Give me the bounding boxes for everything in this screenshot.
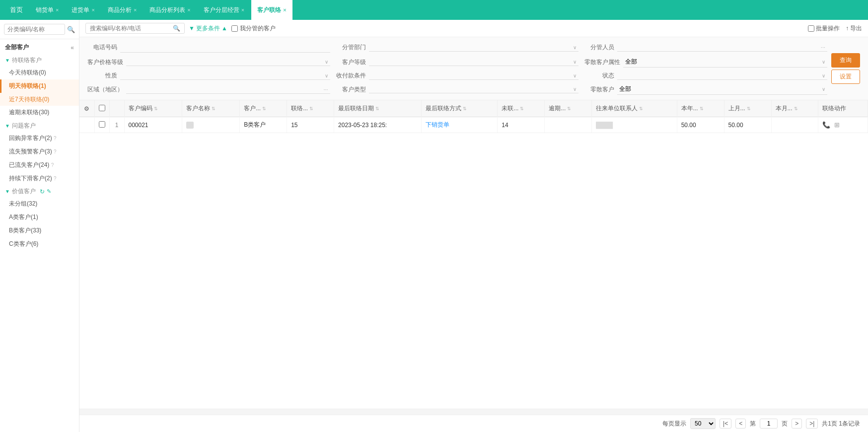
nav-sales-close[interactable]: × bbox=[56, 7, 59, 13]
row-uncontacted: 14 bbox=[498, 117, 545, 133]
page-number-input[interactable] bbox=[760, 419, 778, 429]
sidebar-item-class-c[interactable]: C类客户(6) bbox=[0, 237, 79, 251]
my-customers-checkbox[interactable]: 我分管的客户 bbox=[231, 24, 276, 33]
last-page-btn[interactable]: >| bbox=[806, 419, 818, 429]
sort-customer-type[interactable]: ⇅ bbox=[262, 106, 266, 111]
set-btn[interactable]: 设置 bbox=[831, 70, 860, 84]
nav-customer-tier-close[interactable]: × bbox=[241, 7, 244, 13]
sort-last-month[interactable]: ⇅ bbox=[747, 106, 751, 111]
col-contact-action-label: 联络动作 bbox=[822, 104, 846, 113]
filter-status-label: 状态 bbox=[584, 72, 614, 80]
col-unit-contact-label: 往来单位联系人 bbox=[596, 104, 638, 113]
sidebar-item-7days[interactable]: 近7天待联络(0) bbox=[0, 93, 79, 106]
prev-page-btn[interactable]: < bbox=[735, 419, 746, 429]
nav-purchase[interactable]: 进货单× bbox=[66, 0, 100, 20]
nav-sales[interactable]: 销货单× bbox=[30, 0, 65, 20]
sort-this-year[interactable]: ⇅ bbox=[700, 106, 704, 111]
filter-retail-attr-arrow[interactable]: ∨ bbox=[822, 59, 825, 65]
more-conditions-btn[interactable]: ▼ 更多条件 ▲ bbox=[189, 24, 227, 33]
filter-nature-arrow[interactable]: ∨ bbox=[325, 73, 328, 78]
sidebar-item-tomorrow[interactable]: 明天待联络(1) bbox=[0, 79, 79, 93]
main-search-icon[interactable]: 🔍 bbox=[173, 25, 180, 32]
filter-payment-arrow[interactable]: ∨ bbox=[573, 73, 577, 78]
col-index bbox=[109, 100, 124, 117]
filter-phone-input[interactable] bbox=[120, 42, 330, 53]
row-select-checkbox[interactable] bbox=[99, 121, 105, 128]
filter-retail-customer-arrow[interactable]: ∨ bbox=[822, 86, 825, 92]
batch-checkbox[interactable] bbox=[808, 25, 814, 32]
nav-product-analysis[interactable]: 商品分析× bbox=[102, 0, 143, 20]
col-customer-name-label: 客户名称 bbox=[186, 104, 210, 113]
col-last-month-label: 上月... bbox=[728, 104, 745, 113]
nav-home[interactable]: 首页 bbox=[4, 0, 29, 20]
sidebar-item-churned[interactable]: 已流失客户(24) ? bbox=[0, 158, 79, 172]
col-unit-contact: 往来单位联系人 ⇅ bbox=[592, 100, 677, 117]
nav-purchase-close[interactable]: × bbox=[91, 7, 94, 13]
filter-customer-grade-arrow[interactable]: ∨ bbox=[573, 59, 577, 65]
refresh-icon[interactable]: ↻ bbox=[40, 188, 45, 195]
nav-customer-contact-close[interactable]: × bbox=[283, 7, 286, 13]
filter-status-arrow[interactable]: ∨ bbox=[822, 73, 825, 78]
nav-product-list[interactable]: 商品分析列表× bbox=[144, 0, 196, 20]
filter-bar: 🔍 ▼ 更多条件 ▲ 我分管的客户 批量操作 ↑ 导出 bbox=[79, 20, 868, 37]
col-last-contact-method-label: 最后联络方式 bbox=[426, 104, 461, 113]
filter-region-ellipsis[interactable]: ··· bbox=[324, 86, 328, 92]
sort-customer-name[interactable]: ⇅ bbox=[212, 106, 216, 111]
batch-op-btn[interactable]: 批量操作 bbox=[808, 24, 840, 33]
triangle-icon-3: ▼ bbox=[5, 189, 10, 194]
sidebar-item-class-b[interactable]: B类客户(33) bbox=[0, 224, 79, 237]
filter-manager-ellipsis[interactable]: ··· bbox=[821, 44, 825, 50]
contact-action-grid-icon[interactable]: ⊞ bbox=[834, 121, 840, 129]
group-problem-customers: ▼ 问题客户 bbox=[0, 119, 79, 132]
page-size-label: 每页显示 bbox=[662, 420, 686, 428]
col-last-contact-method: 最后联络方式 ⇅ bbox=[422, 100, 498, 117]
my-customers-check[interactable] bbox=[231, 25, 238, 32]
filter-retail-customer-label: 零散客户 bbox=[584, 85, 614, 94]
collapse-icon[interactable]: « bbox=[71, 44, 74, 51]
filter-price-grade-label: 客户价格等级 bbox=[87, 58, 123, 67]
main-search-input[interactable] bbox=[90, 25, 171, 32]
edit-value-icon[interactable]: ✎ bbox=[47, 188, 51, 195]
sidebar-item-declining[interactable]: 持续下滑客户(2) ? bbox=[0, 172, 79, 185]
query-btn[interactable]: 查询 bbox=[831, 53, 860, 68]
sort-last-contact-method[interactable]: ⇅ bbox=[463, 106, 467, 111]
export-btn[interactable]: ↑ 导出 bbox=[846, 24, 862, 33]
sidebar-item-today[interactable]: 今天待联络(0) bbox=[0, 66, 79, 79]
next-page-btn[interactable]: > bbox=[792, 419, 802, 429]
filter-customer-type-label: 客户类型 bbox=[336, 85, 366, 94]
sidebar-item-churn-warning[interactable]: 流失预警客户(3) ? bbox=[0, 145, 79, 158]
sidebar-item-ungrouped[interactable]: 未分组(32) bbox=[0, 197, 79, 211]
sidebar-item-class-a[interactable]: A类客户(1) bbox=[0, 211, 79, 224]
sidebar-search-input[interactable] bbox=[4, 24, 65, 35]
sort-contact-count[interactable]: ⇅ bbox=[309, 106, 313, 111]
last-contact-method-link[interactable]: 下销货单 bbox=[426, 121, 449, 128]
nav-customer-contact[interactable]: 客户联络× bbox=[251, 0, 292, 20]
sort-unit-contact[interactable]: ⇅ bbox=[639, 106, 643, 111]
filter-retail-attr-label: 零散客户属性 bbox=[584, 58, 620, 67]
col-uncontacted: 未联... ⇅ bbox=[498, 100, 545, 117]
nav-product-close[interactable]: × bbox=[134, 7, 137, 13]
page-size-select[interactable]: 10 20 50 100 bbox=[690, 418, 716, 429]
first-page-btn[interactable]: |< bbox=[720, 419, 731, 429]
sort-customer-code[interactable]: ⇅ bbox=[154, 106, 158, 111]
filter-dept-arrow[interactable]: ∨ bbox=[573, 45, 577, 50]
sidebar-item-overdue[interactable]: 逾期未联络(30) bbox=[0, 106, 79, 119]
filter-customer-type-arrow[interactable]: ∨ bbox=[573, 86, 577, 92]
sort-uncontacted[interactable]: ⇅ bbox=[520, 106, 524, 111]
nav-product-list-close[interactable]: × bbox=[187, 7, 190, 13]
filter-region: 区域（地区） ··· bbox=[87, 85, 330, 94]
filter-phone-label: 电话号码 bbox=[87, 43, 117, 52]
sidebar-search-icon[interactable]: 🔍 bbox=[67, 26, 75, 33]
nav-customer-tier[interactable]: 客户分层经营× bbox=[198, 0, 250, 20]
sidebar-item-repurchase-abnormal[interactable]: 回购异常客户(2) ? bbox=[0, 132, 79, 145]
filter-retail-attr: 零散客户属性 全部 ∨ bbox=[584, 57, 827, 68]
table-scroll-bar[interactable] bbox=[79, 409, 868, 415]
sort-overdue[interactable]: ⇅ bbox=[567, 106, 571, 111]
select-all-checkbox[interactable] bbox=[99, 105, 105, 111]
sort-this-month[interactable]: ⇅ bbox=[794, 106, 798, 111]
filter-payment: 收付款条件 ∨ bbox=[336, 72, 579, 80]
contact-action-phone-icon[interactable]: 📞 bbox=[822, 121, 830, 129]
filter-price-grade-arrow[interactable]: ∨ bbox=[325, 59, 328, 65]
settings-icon[interactable]: ⚙ bbox=[84, 105, 89, 112]
sort-last-contact-date[interactable]: ⇅ bbox=[375, 106, 379, 111]
